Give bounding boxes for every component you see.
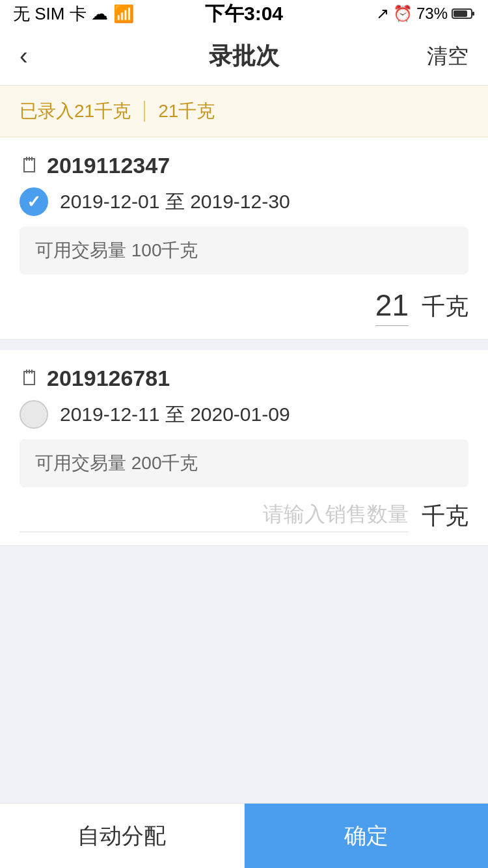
confirm-button[interactable]: 确定 [245, 804, 489, 868]
batch-checkbox-2[interactable] [20, 400, 48, 429]
svg-rect-2 [472, 12, 474, 16]
quantity-row-1: 21 千克 [0, 275, 488, 340]
batch-date-row-2: 2019-12-11 至 2020-01-09 [20, 400, 468, 429]
svg-rect-1 [454, 10, 467, 17]
sim-label: 无 SIM 卡 ☁ [13, 3, 108, 25]
batch-available-1: 可用交易量 100千克 [20, 226, 468, 275]
batch-card-2: 🗒 2019126781 2019-12-11 至 2020-01-09 可用交… [0, 350, 488, 546]
quantity-unit-1: 千克 [422, 291, 468, 323]
empty-area [0, 546, 488, 813]
batch-date-text-2: 2019-12-11 至 2020-01-09 [60, 401, 290, 428]
status-left: 无 SIM 卡 ☁ 📶 [13, 3, 134, 25]
batch-date-text-1: 2019-12-01 至 2019-12-30 [60, 189, 290, 215]
quantity-value-1: 21 [375, 288, 409, 326]
batch-card-1: 🗒 2019112347 2019-12-01 至 2019-12-30 可用交… [0, 137, 488, 340]
status-right: ↗ ⏰ 73% [376, 5, 475, 23]
batch-id-text-2: 2019126781 [47, 366, 170, 391]
info-divider [144, 101, 145, 122]
confirm-label: 确定 [344, 821, 388, 851]
input-row-2: 请输入销售数量 千克 [0, 487, 488, 546]
auto-distribute-label: 自动分配 [77, 821, 166, 851]
batch-id-text-1: 2019112347 [47, 153, 170, 178]
nav-bar: ‹ 录批次 清空 [0, 27, 488, 86]
batch-available-2: 可用交易量 200千克 [20, 439, 468, 487]
back-button[interactable]: ‹ [20, 42, 59, 70]
batch-doc-icon-2: 🗒 [20, 366, 40, 390]
recorded-label: 已录入21千克 [20, 99, 131, 124]
batch-checkbox-1[interactable] [20, 187, 48, 216]
batch-id-row-1: 🗒 2019112347 [20, 153, 468, 178]
batch-doc-icon-1: 🗒 [20, 154, 40, 178]
input-unit-2: 千克 [422, 500, 468, 532]
page-title: 录批次 [209, 40, 279, 72]
batch-id-row-2: 🗒 2019126781 [20, 366, 468, 391]
section-divider [0, 340, 488, 350]
auto-distribute-button[interactable]: 自动分配 [0, 804, 245, 868]
info-banner: 已录入21千克 21千克 [0, 86, 488, 137]
recorded-value: 21千克 [158, 99, 215, 124]
batch-date-row-1: 2019-12-01 至 2019-12-30 [20, 187, 468, 216]
wifi-icon: 📶 [113, 4, 134, 24]
alarm-icon: ⏰ [393, 5, 413, 23]
bottom-bar: 自动分配 确定 [0, 803, 488, 868]
status-bar: 无 SIM 卡 ☁ 📶 下午3:04 ↗ ⏰ 73% [0, 0, 488, 27]
battery-icon [452, 8, 475, 20]
clear-button[interactable]: 清空 [427, 42, 468, 71]
quantity-input-placeholder-2: 请输入销售数量 [20, 500, 409, 532]
battery-label: 73% [416, 5, 448, 23]
location-icon: ↗ [376, 5, 389, 23]
status-time: 下午3:04 [205, 1, 283, 27]
